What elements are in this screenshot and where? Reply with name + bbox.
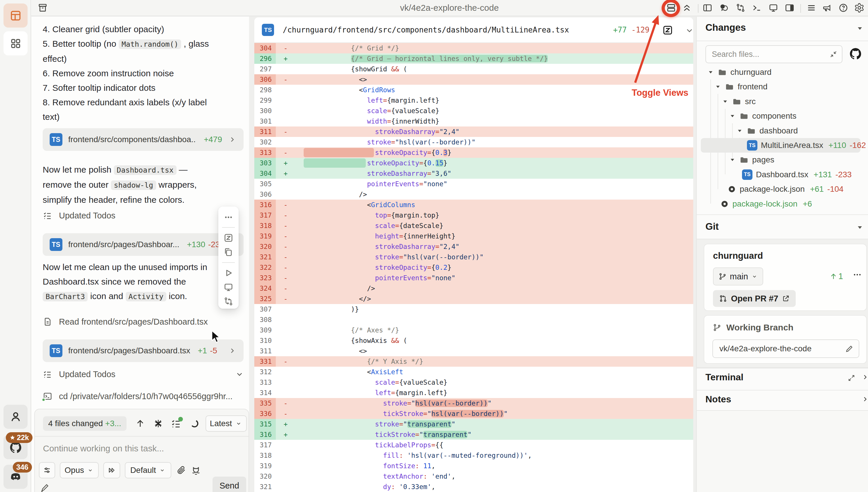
code-line: stroke="hsl(var(--border))" <box>375 252 484 262</box>
draw-button[interactable] <box>40 483 50 492</box>
code-line: stroke="transparent" <box>375 419 455 429</box>
terminal-chevron[interactable] <box>861 373 868 381</box>
diff-row: 297{showGrid && ( <box>254 64 693 74</box>
file-path: frontend/src/components/dashboa... <box>68 135 196 144</box>
more-tool-button[interactable] <box>218 210 239 224</box>
code-line: tickStroke="transparent" <box>375 429 471 440</box>
spark-button[interactable] <box>153 418 164 429</box>
tree-item[interactable]: churnguard <box>707 65 772 79</box>
tree-label: churnguard <box>730 68 772 77</box>
version-dropdown[interactable]: Latest <box>206 415 247 432</box>
terminal-command-row[interactable]: cd /private/var/folders/10/h7w0q46556ggr… <box>43 391 246 401</box>
line-number: 297 <box>254 64 276 74</box>
tree-item[interactable]: dashboard <box>736 124 798 138</box>
mode-dropdown[interactable]: Default <box>125 462 171 478</box>
diff-marker: - <box>280 43 291 53</box>
code-line: pointerEvents="none" <box>375 273 455 283</box>
code-line: strokeOpacity={0.15} <box>367 158 447 168</box>
checklist-icon <box>43 369 52 379</box>
tree-item[interactable]: TSDashboard.tsx+131-233 <box>736 167 852 182</box>
settings-button[interactable] <box>854 3 865 13</box>
tree-item[interactable]: frontend <box>714 79 768 94</box>
menu-button[interactable] <box>806 3 817 13</box>
menu-icon <box>806 3 817 13</box>
file-change-card[interactable]: TSfrontend/src/components/dashboa...+479 <box>43 128 246 151</box>
archive-box-button[interactable] <box>38 3 48 13</box>
terminal-button[interactable] <box>752 3 762 13</box>
attach-button[interactable] <box>176 465 186 475</box>
branch-selector[interactable]: main <box>713 268 763 286</box>
file-change-card[interactable]: TSfrontend/src/pages/Dashboar...+130-23 <box>43 233 246 256</box>
files-changed-chip[interactable]: 4 files changed+3... <box>43 416 126 431</box>
panel-left-button[interactable] <box>702 3 713 13</box>
terminal-expand[interactable] <box>847 374 856 382</box>
line-number: 301 <box>254 116 276 126</box>
display-tool-button[interactable] <box>218 280 239 294</box>
git-compare-button[interactable] <box>735 3 746 13</box>
settings-icon <box>854 3 865 13</box>
changes-collapse[interactable] <box>856 24 864 32</box>
panel-right-button[interactable] <box>784 3 795 13</box>
code-line: {/* Axes */} <box>351 325 399 335</box>
todos-button[interactable] <box>171 418 182 429</box>
diff-row: 302stroke="hsl(var(--border))" <box>254 137 693 147</box>
send-button[interactable]: Send <box>212 476 246 492</box>
collapse-file-button[interactable] <box>684 26 693 35</box>
zed-button[interactable] <box>662 24 674 36</box>
diff-stats: +77 -129 <box>613 26 650 34</box>
chev-right-sm-icon <box>228 346 237 355</box>
search-files-input[interactable]: Search files... <box>705 45 842 63</box>
discord-badge: 346 <box>13 462 32 472</box>
zed-tool-button[interactable] <box>218 230 239 245</box>
settings-sliders-button[interactable] <box>39 462 55 478</box>
edit-branch-button[interactable] <box>845 344 854 353</box>
person-icon <box>9 410 22 423</box>
tree-item[interactable]: TSMultiLineArea.tsx+110-162 <box>701 138 861 153</box>
file-change-card[interactable]: TSfrontend/src/pages/Dashboard.tsx+1-5 <box>43 339 246 362</box>
arrow-up-icon <box>829 272 838 281</box>
scroll-up-button[interactable] <box>135 418 146 429</box>
announce-button[interactable] <box>822 3 832 13</box>
todo-status-dot <box>178 417 183 421</box>
tree-item[interactable]: src <box>722 94 756 109</box>
tree-item[interactable]: pages <box>729 153 774 167</box>
panel-left-icon <box>702 3 713 13</box>
terminal-icon <box>752 3 762 13</box>
todos-label: Updated Todos <box>59 211 116 220</box>
help-button[interactable] <box>838 3 848 13</box>
updated-todos-row[interactable]: Updated Todos <box>43 369 246 379</box>
updated-todos-row[interactable]: Updated Todos <box>43 211 246 220</box>
display-button[interactable] <box>768 3 779 13</box>
read-file-row[interactable]: Read frontend/src/pages/Dashboard.tsx <box>43 317 246 327</box>
git-compare-tool-button[interactable] <box>218 294 239 309</box>
line-number: 324 <box>254 283 276 294</box>
tree-item[interactable]: package-lock.json+61-104 <box>722 182 844 196</box>
read-label: Read frontend/src/pages/Dashboard.tsx <box>59 317 208 327</box>
git-collapse[interactable] <box>856 223 864 231</box>
diff-row: 335-stroke="hsl(var(--border))" <box>254 398 693 409</box>
cat-button[interactable] <box>190 465 202 476</box>
copy-icon <box>223 247 234 257</box>
caret-icon <box>87 467 94 474</box>
conversations-button[interactable] <box>719 3 729 13</box>
working-branch-input[interactable]: vk/4e2a-explore-the-code <box>712 339 859 358</box>
copy-tool-button[interactable] <box>218 245 239 259</box>
git-more-button[interactable] <box>852 270 862 280</box>
code-line: {/* Grid */} <box>351 43 399 53</box>
tree-item[interactable]: components <box>729 109 797 123</box>
fast-forward-button[interactable] <box>103 462 120 478</box>
composer-input[interactable]: Continue working on this task... <box>43 444 164 453</box>
diff-row: 309{/* Axes */} <box>254 325 693 335</box>
notes-chevron[interactable] <box>861 395 868 403</box>
tree-item[interactable]: package-lock.json+6 <box>714 197 812 211</box>
model-dropdown[interactable]: Opus <box>60 462 99 478</box>
doc-icon <box>43 317 52 327</box>
github-panel-button[interactable] <box>849 47 862 60</box>
person-rail-button[interactable] <box>3 405 28 429</box>
collapse-all-button[interactable] <box>682 3 692 13</box>
collapse-tree-button[interactable] <box>829 50 838 58</box>
open-pr-button[interactable]: Open PR #7 <box>713 290 796 307</box>
grid-rail-button[interactable] <box>3 31 28 55</box>
play-tool-button[interactable] <box>218 266 239 280</box>
layout-rail-button[interactable] <box>3 3 28 28</box>
